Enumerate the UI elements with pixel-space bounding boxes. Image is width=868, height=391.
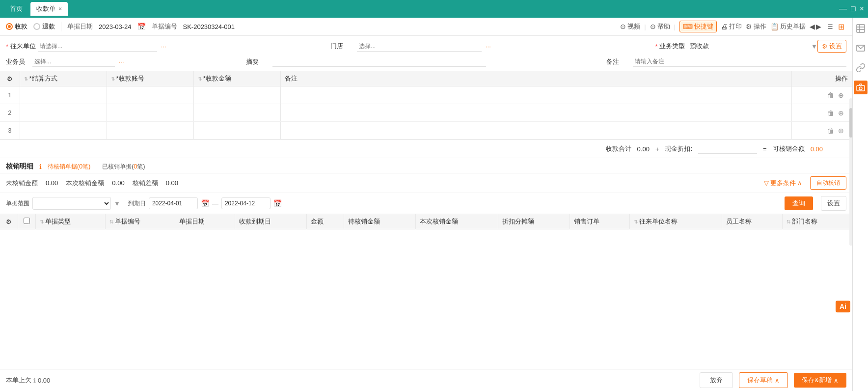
- range-chevron[interactable]: ▼: [114, 200, 120, 207]
- sidebar-table-icon[interactable]: [854, 22, 868, 35]
- row2-copy-icon[interactable]: ⊕: [838, 109, 844, 117]
- radio-refund[interactable]: 退款: [33, 22, 55, 31]
- current-cancel-value: 0.00: [112, 179, 124, 187]
- row1-account[interactable]: [107, 86, 193, 104]
- sort-amount-icon[interactable]: ⇅: [198, 76, 202, 82]
- minimize-icon[interactable]: —: [839, 4, 847, 13]
- sth-gear[interactable]: ⚙: [0, 214, 18, 229]
- row2-actions: 🗑 ⊕: [792, 104, 852, 122]
- sort-partner-icon[interactable]: ⇅: [634, 219, 638, 224]
- row3-remark[interactable]: [280, 122, 791, 140]
- row2-remark[interactable]: [280, 104, 791, 122]
- tab-home[interactable]: 首页: [4, 2, 28, 16]
- store-input[interactable]: [357, 41, 482, 52]
- discount-input[interactable]: [698, 144, 757, 154]
- grid-view-icon[interactable]: ⊞: [836, 21, 846, 32]
- sidebar-camera-icon[interactable]: [854, 81, 868, 94]
- gear-icon[interactable]: ⚙: [7, 75, 13, 83]
- btype-chevron[interactable]: ▼: [811, 43, 817, 50]
- close-icon[interactable]: ×: [860, 4, 864, 13]
- store-ellipsis[interactable]: ···: [484, 43, 493, 50]
- tab-current[interactable]: 收款单 ×: [30, 2, 68, 16]
- sidebar-link-icon[interactable]: [854, 61, 868, 75]
- date-value[interactable]: 2023-03-24: [99, 23, 132, 30]
- toolbar-actions: ⊙ 视频 | ⊙ 帮助 | ⌨ 快捷键 🖨 打印 ⚙ 操作 📋: [620, 21, 846, 32]
- radio-receive[interactable]: 收款: [6, 22, 27, 31]
- save-new-button[interactable]: 保存&新增 ∧: [794, 373, 846, 388]
- select-all-checkbox[interactable]: [24, 218, 30, 224]
- summary-input[interactable]: [272, 56, 486, 67]
- summary-field: 摘要: [246, 56, 486, 67]
- auto-cancel-button[interactable]: 自动核销: [810, 176, 846, 190]
- row1-actions: 🗑 ⊕: [792, 86, 852, 104]
- help-action[interactable]: ⊙ 帮助: [650, 22, 670, 31]
- sth-gear-icon[interactable]: ⚙: [6, 218, 12, 225]
- nuclear-pending-tab[interactable]: 待核销单据(0笔): [48, 163, 90, 171]
- second-table-wrap: ⚙ ⇅单据类型 ⇅单据编号 单据日期 收款到期日 金额 待核销金额 本次核销金额: [0, 214, 852, 369]
- row3-amount[interactable]: [193, 122, 280, 140]
- row2-settlement[interactable]: [20, 104, 107, 122]
- sort-dept-icon[interactable]: ⇅: [787, 219, 790, 224]
- help-icon: ⊙: [650, 23, 656, 30]
- row2-delete-icon[interactable]: 🗑: [827, 109, 834, 117]
- date-from-input[interactable]: [149, 197, 198, 209]
- sidebar-mail-icon[interactable]: [854, 41, 868, 55]
- range-select[interactable]: [32, 197, 111, 210]
- video-action[interactable]: ⊙ 视频: [620, 22, 640, 31]
- row1-delete-icon[interactable]: 🗑: [827, 91, 834, 99]
- number-value[interactable]: SK-20230324-001: [183, 23, 235, 30]
- row3-delete-icon[interactable]: 🗑: [827, 127, 834, 135]
- remark-input[interactable]: [633, 56, 846, 67]
- sort-account-icon[interactable]: ⇅: [111, 76, 115, 82]
- row3-copy-icon[interactable]: ⊕: [838, 127, 844, 135]
- nuclear-info-icon[interactable]: ℹ: [39, 163, 42, 170]
- date-to-input[interactable]: [221, 197, 271, 209]
- tab-close-icon[interactable]: ×: [58, 5, 62, 12]
- abandon-button[interactable]: 放弃: [700, 372, 733, 388]
- nav-prev[interactable]: ◀: [810, 23, 815, 30]
- shortcut-action[interactable]: ⌨ 快捷键: [679, 21, 717, 32]
- operation-action[interactable]: ⚙ 操作: [746, 22, 766, 31]
- row1-settlement[interactable]: [20, 86, 107, 104]
- staff-ellipsis[interactable]: ···: [117, 58, 126, 65]
- history-action[interactable]: 📋 历史单据: [770, 22, 806, 31]
- nuclear-stats: 未核销金额 0.00 本次核销金额 0.00 核销差额 0.00 ▽ 更多条件 …: [0, 173, 852, 193]
- th-gear[interactable]: ⚙: [0, 71, 20, 86]
- partner-input[interactable]: [38, 41, 157, 52]
- more-conditions[interactable]: ▽ 更多条件 ∧: [764, 179, 802, 188]
- row3-settlement[interactable]: [20, 122, 107, 140]
- row2-amount[interactable]: [193, 104, 280, 122]
- btype-required: *: [655, 43, 657, 50]
- filter-settings-button[interactable]: 设置: [821, 196, 846, 211]
- row2-account[interactable]: [107, 104, 193, 122]
- th-operation-label: 操作: [835, 75, 848, 82]
- nuclear-done-tab[interactable]: 已核销单据(0笔): [102, 163, 145, 171]
- maximize-icon[interactable]: □: [851, 4, 856, 13]
- save-draft-chevron[interactable]: ∧: [775, 377, 780, 384]
- sth-dept-name: ⇅部门名称: [782, 214, 852, 229]
- sort-type-icon[interactable]: ⇅: [40, 219, 44, 224]
- calendar-to-icon[interactable]: 📅: [273, 199, 282, 207]
- sth-checkbox[interactable]: [18, 214, 35, 229]
- row1-remark[interactable]: [280, 86, 791, 104]
- partner-ellipsis[interactable]: ···: [159, 43, 168, 50]
- ai-badge[interactable]: Ai: [836, 301, 850, 312]
- sort-settlement-icon[interactable]: ⇅: [24, 76, 28, 82]
- keyboard-icon: ⌨: [683, 23, 693, 30]
- row3-account[interactable]: [107, 122, 193, 140]
- print-action[interactable]: 🖨 打印: [721, 22, 742, 31]
- calendar-from-icon[interactable]: 📅: [201, 199, 209, 207]
- save-draft-button[interactable]: 保存草稿 ∧: [739, 372, 788, 388]
- nav-next[interactable]: ▶: [816, 23, 821, 30]
- bottom-info-icon[interactable]: ℹ: [33, 377, 36, 384]
- query-button[interactable]: 查询: [785, 196, 813, 210]
- staff-input[interactable]: [32, 56, 115, 67]
- row1-amount[interactable]: [193, 86, 280, 104]
- list-view-icon[interactable]: ☰: [825, 22, 835, 31]
- btype-value[interactable]: 预收款: [690, 42, 809, 51]
- sort-num-icon[interactable]: ⇅: [109, 219, 113, 224]
- save-new-chevron[interactable]: ∧: [834, 377, 839, 384]
- settings-button[interactable]: ⚙ 设置: [817, 40, 846, 53]
- row1-copy-icon[interactable]: ⊕: [838, 91, 844, 99]
- calendar-icon[interactable]: 📅: [137, 23, 146, 30]
